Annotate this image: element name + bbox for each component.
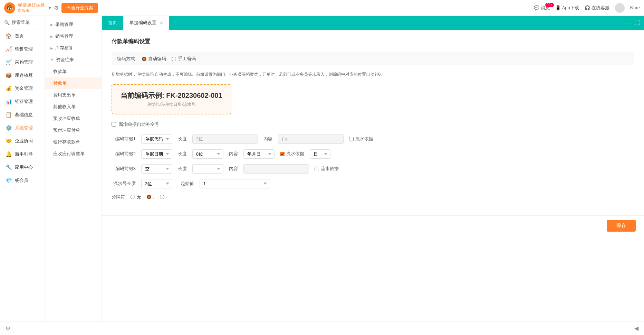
- arrow-right-icon2: ▶: [50, 35, 53, 38]
- tab-home[interactable]: 首页: [102, 16, 123, 30]
- sidebar-item-sales[interactable]: 📈 销售管理: [0, 43, 45, 56]
- info-text: 新增单据时，'单据编码'自动生成，不可编辑。前缀设置为部门、业务员等档案类，开单…: [112, 71, 634, 78]
- prefix1-select[interactable]: 单据代码 单据日期 部门 业务员 空: [141, 134, 172, 144]
- manual-encode-option[interactable]: 手工编码: [172, 56, 196, 62]
- prefix1-label: 编码前缀1: [112, 136, 136, 142]
- prefix2-length-select[interactable]: 4位 6位 8位: [192, 149, 223, 159]
- prefix1-content-field: [278, 134, 344, 144]
- save-button[interactable]: 保存: [607, 220, 636, 232]
- group-funds-title[interactable]: ▼ 资金往来: [45, 54, 102, 66]
- app-download-btn[interactable]: 📱 App下载: [555, 5, 579, 11]
- settings-icon[interactable]: ⚙: [54, 4, 59, 11]
- service-icon: 🎧: [585, 5, 590, 10]
- prefix2-field: 单据代码 单据日期 部门 业务员 空: [141, 149, 172, 159]
- dropdown-icon[interactable]: ▾: [48, 4, 51, 11]
- sidebar-item-payment[interactable]: 付款单: [45, 77, 102, 89]
- group-inventory: ▶ 库存核算: [45, 42, 102, 54]
- settings-bottom-icon[interactable]: ⚙: [6, 325, 10, 332]
- group-purchase-title[interactable]: ▶ 采购管理: [45, 19, 102, 30]
- other-income-label: 其他收入单: [53, 104, 76, 109]
- sep-dash-radio[interactable]: [160, 195, 164, 199]
- prefix2-length-label: 长度: [178, 151, 187, 157]
- auto-fill-checkbox[interactable]: [112, 122, 116, 127]
- prefix3-content-label: 内容: [229, 166, 238, 172]
- expense-label: 费用支出单: [53, 92, 76, 97]
- sidebar-item-home[interactable]: 🏠 首页: [0, 29, 45, 43]
- auto-encode-radio[interactable]: [142, 57, 146, 61]
- tab-close-icon[interactable]: ✕: [160, 21, 163, 25]
- prefix-row-2: 编码前缀2 单据代码 单据日期 部门 业务员 空 长度 4位: [112, 149, 634, 159]
- tab-encode-settings[interactable]: 单据编码设置 ✕: [123, 16, 169, 30]
- prefix2-period-select[interactable]: 日 月 年: [310, 149, 330, 159]
- prefix1-field: 单据代码 单据日期 部门 业务员 空: [141, 134, 172, 144]
- sep-dot-label: .: [153, 194, 154, 199]
- sidebar-item-ar-ap-adjust[interactable]: 应收应付调整单: [45, 148, 102, 160]
- sidebar-item-pre-receipt[interactable]: 预收冲应收单: [45, 113, 102, 124]
- sidebar-item-other-income[interactable]: 其他收入单: [45, 101, 102, 113]
- sidebar-item-purchase[interactable]: 🛒 采购管理: [0, 56, 45, 69]
- prefix2-select[interactable]: 单据代码 单据日期 部门 业务员 空: [141, 149, 172, 159]
- main-layout: 🔍 搜索菜单 🏠 首页 📈 销售管理 🛒 采购管理 📦 库存核算 💰 资金管理 …: [0, 16, 644, 335]
- sep-dot-radio[interactable]: [147, 195, 151, 199]
- sidebar-item-operations[interactable]: 📊 经营管理: [0, 95, 45, 108]
- sep-none-option[interactable]: 无: [131, 194, 141, 200]
- manual-encode-radio[interactable]: [172, 57, 176, 61]
- group-inventory-label: 库存核算: [55, 45, 73, 51]
- sidebar-item-receipt[interactable]: 收款单: [45, 66, 102, 77]
- trial-btn[interactable]: 体验行业方案: [61, 3, 98, 13]
- sidebar-item-pre-payment[interactable]: 预付冲应付单: [45, 124, 102, 136]
- prefix1-waterfall[interactable]: 流水依据: [349, 136, 373, 142]
- enterprise-icon: 🤝: [6, 138, 12, 144]
- prefix1-length-field: [192, 134, 258, 144]
- message-badge: 99+: [545, 3, 554, 7]
- serial-length-select[interactable]: 3位 4位 5位 6位: [141, 179, 172, 188]
- online-service-btn[interactable]: 🎧 在线客服: [585, 5, 609, 11]
- tab-maximize-btn[interactable]: ⛶: [633, 18, 641, 27]
- serial-start-input[interactable]: [200, 179, 270, 188]
- sidebar-item-enterprise[interactable]: 🤝 企业协同: [0, 134, 45, 148]
- prefix2-content-select[interactable]: 年月日 年月 年: [243, 149, 275, 159]
- group-inventory-title[interactable]: ▶ 库存核算: [45, 42, 102, 54]
- code-example-value: FK-20230602-001: [166, 92, 222, 99]
- message-btn[interactable]: 💬 消息 99+: [534, 5, 550, 11]
- prefix2-waterfall[interactable]: 流水依据: [280, 151, 304, 157]
- sep-none-radio[interactable]: [131, 195, 135, 199]
- sidebar-item-expense[interactable]: 费用支出单: [45, 89, 102, 101]
- group-funds-label: 资金往来: [56, 57, 74, 63]
- prefix2-waterfall-checkbox[interactable]: [280, 152, 285, 156]
- sidebar-item-basic-label: 基础信息: [15, 112, 33, 118]
- sidebar-item-appcenter[interactable]: 🔧 应用中心: [0, 161, 45, 174]
- code-preview: 当前编码示例: FK-20230602-001 单据代码-单据日期-流水号: [112, 84, 231, 114]
- sidebar-item-system[interactable]: ⚙️ 系统管理: [0, 121, 45, 134]
- auto-encode-option[interactable]: 自动编码: [142, 56, 166, 62]
- app-logo: 🐯 畅捷通好生意 旗舰版: [4, 2, 45, 13]
- search-menu[interactable]: 🔍 搜索菜单: [0, 16, 45, 29]
- prefix3-length-select[interactable]: [192, 164, 223, 174]
- sep-dash-option[interactable]: -: [160, 194, 167, 199]
- group-sales-title[interactable]: ▶ 销售管理: [45, 30, 102, 42]
- user-avatar[interactable]: [615, 3, 625, 13]
- sidebar-item-funds[interactable]: 💰 资金管理: [0, 82, 45, 95]
- sidebar-item-guide[interactable]: 🔔 新手引导: [0, 148, 45, 161]
- prefix2-waterfall-label: 流水依据: [286, 151, 304, 157]
- prefix3-content-input: [243, 164, 309, 174]
- content-panel: 付款单编码设置 编码方式 自动编码 手工编码: [102, 30, 644, 335]
- prefix3-waterfall[interactable]: 流水依据: [315, 166, 339, 172]
- sep-dot-option[interactable]: .: [147, 194, 154, 199]
- sidebar-item-bank-deposit[interactable]: 银行存取款单: [45, 136, 102, 148]
- sidebar-item-purchase-label: 采购管理: [15, 59, 33, 65]
- encode-method-radio-group: 自动编码 手工编码: [142, 56, 196, 62]
- prefix1-waterfall-checkbox[interactable]: [349, 137, 354, 141]
- tab-minimize-btn[interactable]: —: [624, 18, 632, 27]
- sidebar-item-member[interactable]: 💎 畅会员: [0, 174, 45, 187]
- operations-icon: 📊: [6, 99, 12, 105]
- sidebar-item-basic[interactable]: 📋 基础信息: [0, 108, 45, 121]
- prefix3-waterfall-checkbox[interactable]: [315, 167, 319, 171]
- code-example: 当前编码示例: FK-20230602-001: [121, 91, 222, 100]
- sidebar-item-inventory[interactable]: 📦 库存核算: [0, 69, 45, 82]
- guide-icon: 🔔: [6, 151, 12, 157]
- manual-encode-label: 手工编码: [178, 56, 196, 62]
- member-icon: 💎: [6, 177, 12, 184]
- prefix3-select[interactable]: 单据代码 单据日期 部门 业务员 空: [141, 164, 172, 174]
- sidebar-primary: 🔍 搜索菜单 🏠 首页 📈 销售管理 🛒 采购管理 📦 库存核算 💰 资金管理 …: [0, 16, 45, 335]
